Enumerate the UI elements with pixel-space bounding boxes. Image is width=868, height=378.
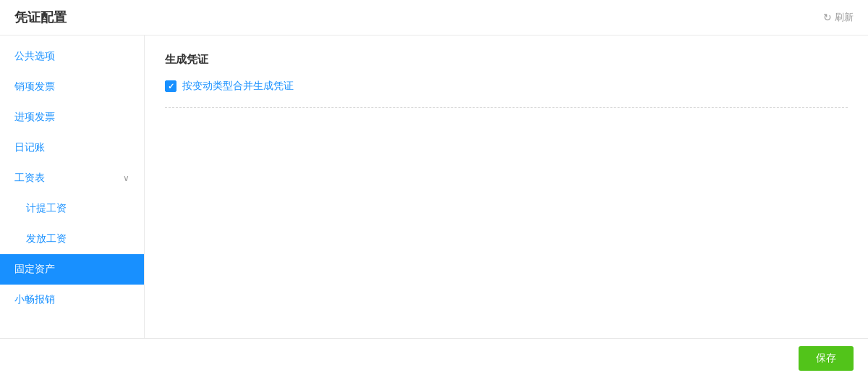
sidebar-item-fixed-assets[interactable]: 固定资产	[0, 254, 144, 285]
sidebar-item-journal[interactable]: 日记账	[0, 133, 144, 163]
page-wrapper: 凭证配置 ↻ 刷新 公共选项 销项发票 进项发票 日记账 工资表 ∨	[0, 0, 868, 378]
footer: 保存	[0, 338, 868, 378]
sidebar-item-label: 发放工资	[26, 232, 67, 245]
chevron-down-icon: ∨	[123, 173, 129, 183]
header: 凭证配置 ↻ 刷新	[0, 0, 868, 35]
sidebar-item-label: 日记账	[14, 141, 45, 154]
sidebar-item-accrued-salary[interactable]: 计提工资	[0, 193, 144, 224]
sidebar-item-label: 进项发票	[14, 111, 55, 124]
sidebar-item-public[interactable]: 公共选项	[0, 41, 144, 72]
sidebar-item-payroll[interactable]: 工资表 ∨	[0, 163, 144, 193]
refresh-icon: ↻	[823, 12, 832, 23]
section-title: 生成凭证	[165, 53, 848, 67]
main-content: 生成凭证 按变动类型合并生成凭证	[145, 35, 868, 338]
sidebar-item-label: 固定资产	[14, 263, 55, 276]
sidebar-item-pay-salary[interactable]: 发放工资	[0, 224, 144, 254]
sidebar: 公共选项 销项发票 进项发票 日记账 工资表 ∨ 计提工资 发放工资 固定资	[0, 35, 145, 338]
sidebar-item-label: 小畅报销	[14, 293, 55, 306]
section-divider	[165, 107, 848, 108]
sidebar-item-purchase-invoice[interactable]: 进项发票	[0, 102, 144, 133]
merge-by-type-checkbox[interactable]	[165, 80, 176, 92]
save-button[interactable]: 保存	[799, 346, 854, 371]
sidebar-item-label: 公共选项	[14, 50, 55, 63]
refresh-button[interactable]: ↻ 刷新	[823, 11, 854, 24]
sidebar-item-sales-invoice[interactable]: 销项发票	[0, 72, 144, 102]
refresh-label: 刷新	[835, 11, 854, 24]
sidebar-item-label: 计提工资	[26, 202, 67, 215]
sidebar-item-expense[interactable]: 小畅报销	[0, 285, 144, 315]
checkbox-row: 按变动类型合并生成凭证	[165, 80, 848, 93]
content-wrapper: 公共选项 销项发票 进项发票 日记账 工资表 ∨ 计提工资 发放工资 固定资	[0, 35, 868, 338]
checkbox-label: 按变动类型合并生成凭证	[182, 80, 294, 93]
sidebar-item-label: 工资表	[14, 172, 45, 185]
page-title: 凭证配置	[14, 9, 67, 26]
sidebar-item-label: 销项发票	[14, 80, 55, 93]
